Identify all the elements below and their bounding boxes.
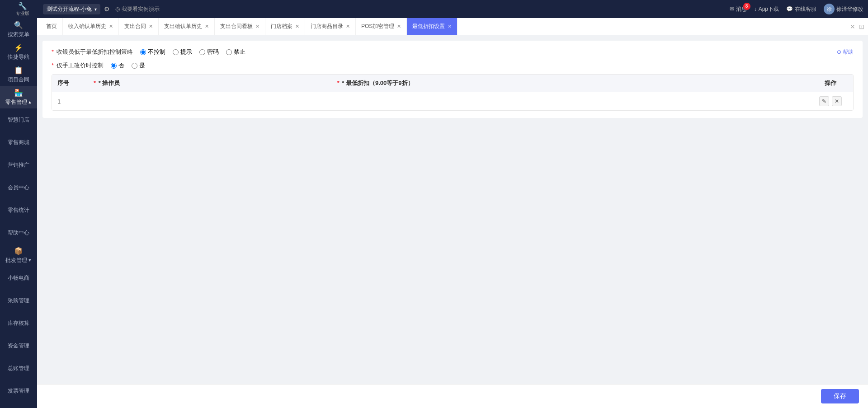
sidebar-item-inventory[interactable]: 库存核算 — [0, 312, 37, 334]
tab-pos-lock[interactable]: POS加密管理 ✕ — [356, 18, 407, 35]
close-icon[interactable]: ✕ — [205, 23, 209, 29]
close-icon[interactable]: ✕ — [255, 23, 259, 29]
policy-row: * 收银员低于最低折扣控制策略 不控制 提示 — [52, 48, 854, 56]
sidebar-item-project[interactable]: 📋 项目合同 — [0, 63, 37, 86]
radio-forbid[interactable]: 禁止 — [226, 48, 245, 56]
sidebar-item-smart-store[interactable]: 智慧门店 — [0, 108, 37, 131]
radio-forbid-label: 禁止 — [234, 48, 245, 56]
expand-icon[interactable]: ⊡ — [859, 23, 864, 30]
logo-text: 专业版 — [16, 10, 29, 17]
sidebar-item-help[interactable]: 帮助中心 — [0, 221, 37, 244]
radio-tip[interactable]: 提示 — [173, 48, 192, 56]
edit-button[interactable]: ✎ — [819, 96, 829, 106]
tab-store-archive[interactable]: 门店档案 ✕ — [265, 18, 305, 35]
radio-no-control-input[interactable] — [140, 49, 146, 55]
tab-label: 首页 — [46, 23, 57, 30]
edit-icon: ✎ — [822, 98, 826, 104]
sidebar-item-marketing[interactable]: 营销推广 — [0, 154, 37, 176]
project-selector[interactable]: 测试分开流程-小兔 ▾ — [43, 4, 100, 14]
radio-forbid-input[interactable] — [226, 49, 232, 55]
td-action: ✎ ✕ — [808, 93, 853, 110]
sidebar-item-retail[interactable]: 🏪 零售管理 ▲ — [0, 86, 37, 108]
page-footer: 保存 — [37, 384, 868, 408]
tab-bar: 首页 收入确认单历史 ✕ 支出合同 ✕ 支出确认单历史 ✕ 支出合同看板 ✕ 门… — [37, 18, 868, 35]
close-icon[interactable]: ✕ — [109, 23, 113, 29]
td-seq: 1 — [52, 94, 88, 108]
tab-payment-view[interactable]: 支出合同看板 ✕ — [215, 18, 265, 35]
radio-yes-label: 是 — [139, 61, 145, 70]
tab-home[interactable]: 首页 — [41, 18, 63, 35]
radio-yes-input[interactable] — [132, 63, 137, 69]
avatar: 徐 — [824, 4, 835, 14]
tab-payment-confirm[interactable]: 支出确认单历史 ✕ — [159, 18, 215, 35]
download-icon: ↓ — [754, 6, 757, 12]
sidebar-item-online-store[interactable]: 零售商城 — [0, 131, 37, 154]
header-bar: 🔧 专业版 测试分开流程-小兔 ▾ ⚙ ◎ 我要看实例演示 ✉ 消息 8 ↓ A… — [0, 0, 868, 18]
td-min-discount — [332, 98, 808, 105]
manual-radio-group: 否 是 — [111, 61, 145, 70]
settings-icon[interactable]: ⚙ — [104, 5, 110, 13]
radio-no-control[interactable]: 不控制 — [140, 48, 165, 56]
project-name: 测试分开流程-小兔 — [47, 5, 92, 13]
radio-password-label: 密码 — [207, 48, 219, 56]
tab-label: 门店商品目录 — [311, 23, 343, 30]
tab-store-goods[interactable]: 门店商品目录 ✕ — [305, 18, 356, 35]
search-icon: 🔍 — [14, 21, 23, 29]
form-section: * 收银员低于最低折扣控制策略 不控制 提示 — [52, 48, 854, 70]
tab-income[interactable]: 收入确认单历史 ✕ — [63, 18, 119, 35]
demo-link[interactable]: ◎ 我要看实例演示 — [115, 5, 160, 13]
tab-label: 支出合同 — [124, 23, 146, 30]
message-button[interactable]: ✉ 消息 8 — [730, 5, 747, 13]
sidebar-item-search[interactable]: 🔍 搜索菜单 — [0, 18, 37, 41]
sidebar-item-invoice[interactable]: 发票管理 — [0, 380, 37, 402]
sidebar-item-purchase[interactable]: 采购管理 — [0, 289, 37, 312]
user-label: 徐泽华修改 — [836, 5, 863, 13]
sidebar-item-wholesale[interactable]: 📦 批发管理 ▼ — [0, 244, 37, 267]
sidebar-item-tax[interactable]: 税务管理 — [0, 402, 37, 408]
tab-min-discount[interactable]: 最低折扣设置 ✕ — [407, 18, 458, 35]
sidebar-item-retail-stat[interactable]: 零售统计 — [0, 199, 37, 221]
message-icon: ✉ — [730, 6, 734, 12]
radio-yes[interactable]: 是 — [132, 61, 145, 70]
sidebar-item-label: 库存核算 — [8, 319, 29, 327]
sidebar-item-quicknav[interactable]: ⚡ 快捷导航 — [0, 41, 37, 63]
sidebar-item-label: 智慧门店 — [8, 116, 29, 124]
tab-payment[interactable]: 支出合同 ✕ — [119, 18, 159, 35]
radio-no[interactable]: 否 — [111, 61, 124, 70]
chevron-down-icon: ▾ — [94, 7, 97, 12]
radio-password[interactable]: 密码 — [199, 48, 219, 56]
chevron-up-icon: ▲ — [28, 100, 32, 104]
sidebar-item-label: 发票管理 — [8, 387, 29, 395]
close-icon[interactable]: ✕ — [397, 23, 401, 29]
sidebar-item-ecommerce[interactable]: 小畅电商 — [0, 267, 37, 289]
app-download-button[interactable]: ↓ App下载 — [754, 5, 779, 13]
close-icon[interactable]: ✕ — [346, 23, 350, 29]
online-service-button[interactable]: 💬 在线客服 — [786, 5, 816, 13]
sidebar-item-member[interactable]: 会员中心 — [0, 176, 37, 199]
close-icon[interactable]: ✕ — [448, 23, 452, 29]
close-icon[interactable]: ✕ — [295, 23, 299, 29]
user-profile-button[interactable]: 徐 徐泽华修改 — [824, 4, 863, 14]
logo-icon: 🔧 — [18, 2, 27, 10]
radio-tip-input[interactable] — [173, 49, 179, 55]
sidebar-item-accounting[interactable]: 总账管理 — [0, 357, 37, 380]
delete-button[interactable]: ✕ — [832, 96, 842, 106]
help-link[interactable]: ⊙ 帮助 — [837, 48, 854, 56]
radio-password-input[interactable] — [199, 49, 205, 55]
sidebar-item-label: 批发管理 — [5, 257, 27, 264]
close-tab-icon[interactable]: ✕ — [850, 23, 855, 30]
sidebar-item-label: 会员中心 — [8, 184, 29, 192]
close-icon[interactable]: ✕ — [149, 23, 153, 29]
radio-no-input[interactable] — [111, 63, 117, 69]
th-min-discount: * * 最低折扣（9.00等于9折） — [332, 75, 808, 92]
save-button[interactable]: 保存 — [821, 389, 859, 403]
table-header: 序号 * * 操作员 * * 最低折扣（9.00等于9折） 操作 — [52, 75, 853, 92]
manual-row: * 仅手工改价时控制 否 是 — [52, 61, 854, 70]
wholesale-icon: 📦 — [14, 247, 23, 255]
required-star: * — [52, 48, 54, 55]
service-label: 在线客服 — [795, 5, 816, 13]
sidebar-item-finance[interactable]: 资金管理 — [0, 334, 37, 357]
sidebar-item-label: 帮助中心 — [8, 229, 29, 237]
tab-label: 最低折扣设置 — [412, 23, 445, 30]
circle-icon: ◎ — [115, 6, 120, 12]
